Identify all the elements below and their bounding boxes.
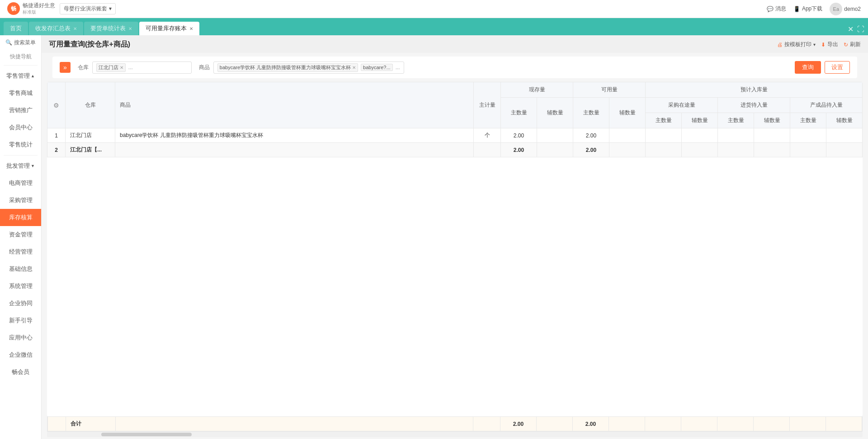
scroll-thumb[interactable] bbox=[101, 433, 192, 436]
sidebar-item-ops-mgmt[interactable]: 经营管理 bbox=[0, 243, 41, 260]
tab-close-btn[interactable]: ✕ bbox=[848, 25, 854, 33]
sidebar-item-inventory-check[interactable]: 库存核算 bbox=[0, 209, 41, 226]
th-product: 商品 bbox=[115, 82, 474, 128]
export-label: 导出 bbox=[827, 41, 838, 48]
th-stock-main: 主数量 bbox=[501, 98, 537, 128]
product-input[interactable]: babycare学饮杯 儿童防摔防撞吸管杯重力球吸嘴杯宝宝水杯 ✕ babyca… bbox=[213, 61, 404, 74]
filter-toggle-btn[interactable]: » bbox=[60, 62, 71, 73]
sidebar-item-corp-wechat[interactable]: 企业微信 bbox=[0, 346, 41, 363]
th-purchase-pending-aux: 辅数量 bbox=[754, 113, 790, 128]
filter-wrapper: » 仓库 江北门店 ✕ ... 商品 babycare bbox=[42, 53, 868, 82]
cell-product-pending-aux bbox=[826, 128, 863, 143]
cell-stock-aux bbox=[537, 143, 573, 157]
sidebar-item-basic-info[interactable]: 基础信息 bbox=[0, 260, 41, 278]
warehouse-label: 仓库 bbox=[78, 64, 89, 71]
app-download-action[interactable]: 📱 App下载 bbox=[793, 5, 822, 13]
th-purchase-transit: 采购在途量 bbox=[646, 98, 718, 113]
tab-expand-btn[interactable]: ⛶ bbox=[857, 25, 864, 33]
warehouse-tag: 江北门店 ✕ bbox=[96, 63, 126, 72]
sidebar-item-marketing-label: 营销推广 bbox=[9, 107, 33, 113]
arrow-icon: ▲ bbox=[31, 74, 35, 78]
tab-order-summary-close[interactable]: ✕ bbox=[128, 26, 132, 31]
top-bar-right: 💬 消息 📱 App下载 Ea demo2 bbox=[767, 3, 861, 15]
data-table: ⚙ 仓库 商品 主计量 现存量 可用量 预计入库量 主数量 辅数量 主数量 辅数… bbox=[47, 82, 863, 157]
sidebar-item-vip-member[interactable]: 畅会员 bbox=[0, 363, 41, 381]
sidebar-item-wholesale-mgmt[interactable]: 批发管理 ▼ bbox=[0, 157, 41, 175]
page-title: 可用量查询(按仓库+商品) bbox=[49, 40, 130, 49]
horizontal-scroll-bar[interactable] bbox=[47, 432, 863, 437]
settings-icon[interactable]: ⚙ bbox=[53, 102, 59, 109]
product-label: 商品 bbox=[199, 64, 210, 71]
sidebar-search[interactable]: 🔍 搜索菜单 bbox=[0, 35, 41, 50]
sidebar-item-app-center-label: 应用中心 bbox=[9, 334, 33, 341]
sidebar-item-corp-collab[interactable]: 企业协同 bbox=[0, 295, 41, 312]
sidebar-item-vip-member-label: 畅会员 bbox=[12, 368, 29, 375]
username: demo2 bbox=[844, 6, 861, 12]
brand-name: 畅捷通好生意 bbox=[23, 2, 55, 9]
cell-purchase-pending-aux bbox=[754, 143, 790, 157]
sidebar-quick-nav[interactable]: 快捷导航 bbox=[0, 50, 41, 63]
sidebar-item-finance-mgmt[interactable]: 资金管理 bbox=[0, 226, 41, 243]
main-layout: 🔍 搜索菜单 快捷导航 零售管理 ▲ 零售商城 营销推广 会员中心 零售统计 批… bbox=[0, 35, 868, 439]
page-header: 可用量查询(按仓库+商品) 🖨 按模板打印 ▾ ⬇ 导出 ↻ 刷新 bbox=[42, 35, 868, 53]
th-purchase-pending-main: 主数量 bbox=[718, 113, 754, 128]
sidebar-item-new-guide-label: 新手引导 bbox=[9, 317, 33, 324]
table-row: 1 江北门店 babycare学饮杯 儿童防摔防撞吸管杯重力球吸嘴杯宝宝水杯 个… bbox=[47, 128, 863, 143]
tab-available-inventory[interactable]: 可用量库存账本 ✕ bbox=[139, 22, 199, 35]
refresh-icon: ↻ bbox=[844, 42, 848, 48]
app-icon: 📱 bbox=[793, 6, 800, 12]
tab-home[interactable]: 首页 bbox=[4, 22, 28, 35]
tab-available-inventory-label: 可用量库存账本 bbox=[146, 24, 187, 33]
user-action[interactable]: Ea demo2 bbox=[830, 3, 861, 15]
top-bar: 畅 畅捷通好生意 标准版 母婴行业演示账套 ▾ 💬 消息 📱 App下载 Ea … bbox=[0, 0, 868, 18]
message-action[interactable]: 💬 消息 bbox=[767, 5, 786, 13]
tab-order-summary-label: 要货单统计表 bbox=[90, 24, 126, 33]
sidebar-item-retail-stats-label: 零售统计 bbox=[9, 141, 33, 148]
dropdown-icon: ▾ bbox=[813, 42, 816, 47]
cell-purchase-pending-main bbox=[718, 143, 754, 157]
product-tag-1-value: babycare学饮杯 儿童防摔防撞吸管杯重力球吸嘴杯宝宝水杯 bbox=[220, 64, 351, 71]
tenant-select[interactable]: 母婴行业演示账套 ▾ bbox=[60, 3, 116, 14]
sidebar-item-zero-sales-mgmt[interactable]: 零售管理 ▲ bbox=[0, 67, 41, 85]
table-row: 2 江北门店【... 2.00 2.00 bbox=[47, 143, 863, 157]
warehouse-filter-group: 仓库 江北门店 ✕ ... bbox=[78, 61, 192, 74]
tab-receive-summary-close[interactable]: ✕ bbox=[73, 26, 77, 31]
cell-seq: 2 bbox=[47, 143, 66, 157]
logo-icon: 畅 bbox=[7, 2, 20, 15]
sidebar-item-inventory-check-label: 库存核算 bbox=[9, 214, 33, 221]
sidebar-item-member-center[interactable]: 会员中心 bbox=[0, 119, 41, 136]
tab-home-label: 首页 bbox=[10, 24, 22, 33]
cell-purchase-pending-aux bbox=[754, 128, 790, 143]
tab-receive-summary[interactable]: 收发存汇总表 ✕ bbox=[29, 22, 83, 35]
template-print-btn[interactable]: 🖨 按模板打印 ▾ bbox=[777, 41, 816, 48]
sidebar-item-marketing[interactable]: 营销推广 bbox=[0, 102, 41, 119]
sidebar-item-retail-stats[interactable]: 零售统计 bbox=[0, 136, 41, 153]
tab-available-inventory-close[interactable]: ✕ bbox=[189, 26, 193, 31]
tenant-name: 母婴行业演示账套 bbox=[64, 5, 107, 13]
tab-bar: 首页 收发存汇总表 ✕ 要货单统计表 ✕ 可用量库存账本 ✕ ✕ ⛶ bbox=[0, 18, 868, 35]
logo-area: 畅 畅捷通好生意 标准版 bbox=[7, 2, 55, 15]
tab-order-summary[interactable]: 要货单统计表 ✕ bbox=[84, 22, 138, 35]
export-btn[interactable]: ⬇ 导出 bbox=[821, 41, 838, 48]
sidebar-item-corp-collab-label: 企业协同 bbox=[9, 300, 33, 307]
th-available: 可用量 bbox=[573, 82, 646, 98]
brand-sub: 标准版 bbox=[23, 9, 55, 15]
sidebar-item-ecommerce-mgmt[interactable]: 电商管理 bbox=[0, 175, 41, 192]
content-area: 可用量查询(按仓库+商品) 🖨 按模板打印 ▾ ⬇ 导出 ↻ 刷新 bbox=[42, 35, 868, 439]
sidebar-item-zero-sales-mall[interactable]: 零售商城 bbox=[0, 85, 41, 102]
sidebar-item-app-center[interactable]: 应用中心 bbox=[0, 329, 41, 346]
print-icon: 🖨 bbox=[777, 42, 783, 48]
sidebar-item-sys-mgmt[interactable]: 系统管理 bbox=[0, 278, 41, 295]
th-purchase-pending: 进货待入量 bbox=[718, 98, 790, 113]
query-button[interactable]: 查询 bbox=[795, 61, 821, 74]
sidebar-item-purchase-mgmt[interactable]: 采购管理 bbox=[0, 192, 41, 209]
refresh-btn[interactable]: ↻ 刷新 bbox=[844, 41, 861, 48]
warehouse-tag-close[interactable]: ✕ bbox=[120, 65, 123, 70]
setting-button[interactable]: 设置 bbox=[825, 61, 850, 74]
th-settings[interactable]: ⚙ bbox=[47, 82, 66, 128]
avatar: Ea bbox=[830, 3, 842, 15]
product-tag-1-close[interactable]: ✕ bbox=[352, 65, 356, 70]
table-footer-row: 合计 2.00 2.00 bbox=[47, 416, 863, 432]
warehouse-input[interactable]: 江北门店 ✕ ... bbox=[92, 61, 192, 74]
sidebar-item-new-guide[interactable]: 新手引导 bbox=[0, 312, 41, 329]
